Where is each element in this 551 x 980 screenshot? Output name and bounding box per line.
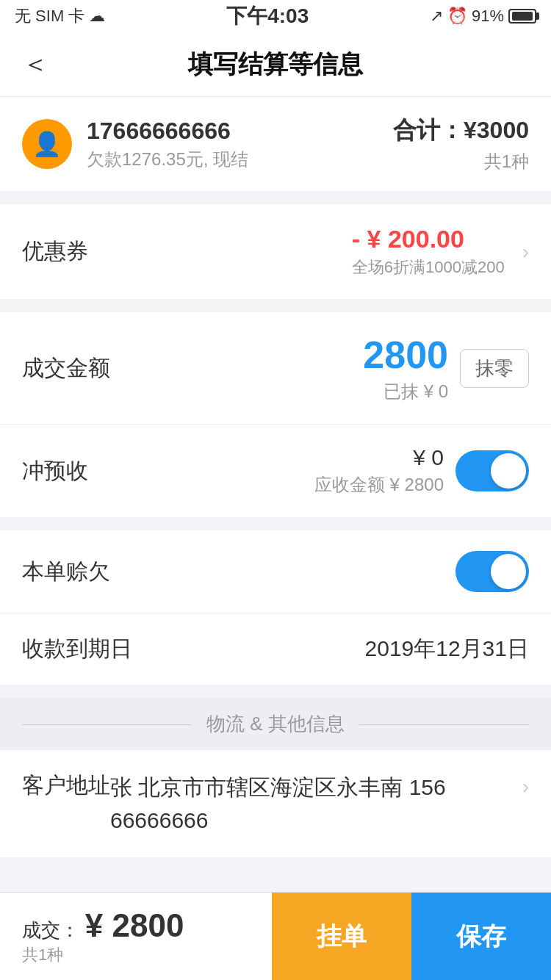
status-left: 无 SIM 卡 ☁ xyxy=(15,5,105,27)
deal-amount-right: 2800 已抹 ¥ 0 抹零 xyxy=(363,333,529,403)
customer-note: 欠款1276.35元, 现结 xyxy=(87,148,248,171)
coupon-row[interactable]: 优惠券 - ¥ 200.00 全场6折满1000减200 › xyxy=(0,204,551,299)
battery-text: 91% xyxy=(472,7,504,26)
prepay-toggle-knob xyxy=(491,453,526,489)
sim-text: 无 SIM 卡 ☁ xyxy=(15,5,105,27)
clock-icon: ⏰ xyxy=(447,7,467,26)
customer-total: 合计：¥3000 共1种 xyxy=(393,115,529,173)
logistics-divider: 物流 & 其他信息 xyxy=(0,698,551,750)
credit-section: 本单赊欠 收款到期日 2019年12月31日 xyxy=(0,530,551,685)
bottom-deal-line: 成交： ¥ 2800 xyxy=(22,907,250,944)
divider-1 xyxy=(0,192,551,204)
prepay-label: 冲预收 xyxy=(22,456,88,486)
bottom-count: 共1种 xyxy=(22,944,250,966)
due-date-row: 收款到期日 2019年12月31日 xyxy=(0,613,551,685)
credit-right xyxy=(455,551,529,592)
coupon-right: - ¥ 200.00 全场6折满1000减200 › xyxy=(352,225,529,278)
customer-section: 👤 17666666666 欠款1276.35元, 现结 合计：¥3000 共1… xyxy=(0,97,551,191)
coupon-chevron-icon: › xyxy=(522,240,529,264)
coupon-desc: 全场6折满1000减200 xyxy=(352,256,505,278)
status-time: 下午4:03 xyxy=(226,2,309,30)
divider-4 xyxy=(0,686,551,698)
bottom-bar: 成交： ¥ 2800 共1种 挂单 保存 xyxy=(0,892,551,980)
deal-amount-value: 2800 xyxy=(363,333,448,377)
due-date-value: 2019年12月31日 xyxy=(365,634,529,664)
coupon-amount: - ¥ 200.00 xyxy=(352,225,505,253)
prepay-value: ¥ 0 xyxy=(314,445,444,470)
coupon-label: 优惠券 xyxy=(22,237,88,267)
customer-left: 👤 17666666666 欠款1276.35元, 现结 xyxy=(22,118,248,171)
nav-bar: ＜ 填写结算等信息 xyxy=(0,32,551,97)
status-right: ↗ ⏰ 91% xyxy=(430,7,536,26)
round-zero-button[interactable]: 抹零 xyxy=(460,349,529,388)
total-count: 共1种 xyxy=(393,150,529,173)
credit-label: 本单赊欠 xyxy=(22,557,110,587)
bottom-summary: 成交： ¥ 2800 共1种 xyxy=(0,893,272,980)
address-value: 张 北京市市辖区海淀区永丰南 156 66666666 xyxy=(110,771,514,837)
hold-button[interactable]: 挂单 xyxy=(272,893,411,980)
due-date-label: 收款到期日 xyxy=(22,634,132,664)
address-label: 客户地址 xyxy=(22,771,110,801)
prepay-toggle[interactable] xyxy=(455,450,529,491)
back-button[interactable]: ＜ xyxy=(15,39,56,90)
deal-amount-sub: 已抹 ¥ 0 xyxy=(363,380,448,403)
customer-info: 17666666666 欠款1276.35元, 现结 xyxy=(87,118,248,171)
save-button[interactable]: 保存 xyxy=(411,893,551,980)
avatar-icon: 👤 xyxy=(32,130,62,158)
credit-toggle[interactable] xyxy=(455,551,529,592)
prepay-row: 冲预收 ¥ 0 应收金额 ¥ 2800 xyxy=(0,425,551,517)
deal-section: 成交金额 2800 已抹 ¥ 0 抹零 冲预收 ¥ 0 应收金额 ¥ 2800 xyxy=(0,312,551,517)
total-amount: 合计：¥3000 xyxy=(393,115,529,147)
status-bar: 无 SIM 卡 ☁ 下午4:03 ↗ ⏰ 91% xyxy=(0,0,551,32)
location-icon: ↗ xyxy=(430,7,443,26)
battery-icon xyxy=(508,9,536,24)
address-chevron-icon: › xyxy=(522,775,529,799)
credit-toggle-knob xyxy=(491,554,526,589)
bottom-deal-label: 成交： xyxy=(22,919,79,941)
logistics-divider-text: 物流 & 其他信息 xyxy=(192,711,359,737)
address-row[interactable]: 客户地址 张 北京市市辖区海淀区永丰南 156 66666666 › xyxy=(0,750,551,857)
coupon-section: 优惠券 - ¥ 200.00 全场6折满1000减200 › xyxy=(0,204,551,299)
avatar: 👤 xyxy=(22,119,72,169)
credit-row: 本单赊欠 xyxy=(0,530,551,613)
prepay-sub: 应收金额 ¥ 2800 xyxy=(314,473,444,497)
prepay-right: ¥ 0 应收金额 ¥ 2800 xyxy=(314,445,529,497)
deal-amount-label: 成交金额 xyxy=(22,353,110,383)
bottom-amount: ¥ 2800 xyxy=(85,907,184,943)
deal-amount-row: 成交金额 2800 已抹 ¥ 0 抹零 xyxy=(0,312,551,425)
customer-phone: 17666666666 xyxy=(87,118,248,145)
divider-2 xyxy=(0,300,551,312)
page-title: 填写结算等信息 xyxy=(188,48,363,82)
divider-3 xyxy=(0,519,551,530)
